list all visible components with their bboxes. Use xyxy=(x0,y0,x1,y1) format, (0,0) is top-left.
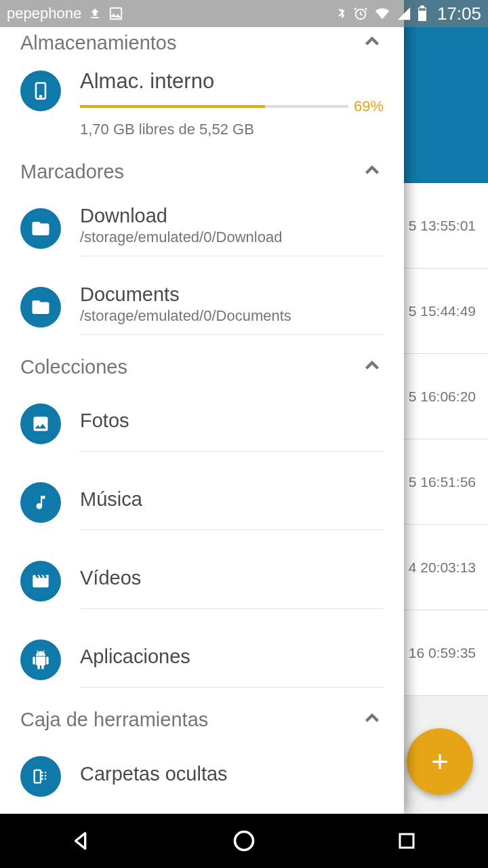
storage-name: Almac. interno xyxy=(80,69,384,94)
storage-progress: 69% xyxy=(80,98,384,115)
status-bar: pepephone 17:05 xyxy=(0,0,488,27)
chevron-up-icon xyxy=(361,354,384,380)
phone-icon xyxy=(20,71,61,111)
fab-add-button[interactable]: + xyxy=(407,728,473,795)
collection-label: Fotos xyxy=(80,410,384,432)
section-header-toolbox[interactable]: Caja de herramientas xyxy=(0,703,404,736)
upload-icon xyxy=(88,7,102,20)
toolbox-hidden-folders[interactable]: Carpetas ocultas xyxy=(0,736,404,814)
collection-label: Música xyxy=(80,488,384,511)
system-nav-bar xyxy=(0,814,488,868)
bookmark-title: Documents xyxy=(80,283,384,306)
music-icon xyxy=(20,482,61,523)
bookmark-path: /storage/emulated/0/Documents xyxy=(80,307,384,325)
navigation-drawer[interactable]: Almacenamientos Almac. interno 69% 1,70 … xyxy=(0,0,404,814)
cell-signal-icon xyxy=(396,6,411,21)
video-icon xyxy=(20,561,61,601)
collection-videos[interactable]: Vídeos xyxy=(0,541,404,620)
svg-rect-4 xyxy=(419,8,426,11)
folder-icon xyxy=(20,287,61,328)
chevron-up-icon xyxy=(361,30,384,56)
svg-rect-3 xyxy=(420,5,424,7)
collection-apps[interactable]: Aplicaciones xyxy=(0,620,404,698)
section-header-bookmarks[interactable]: Marcadores xyxy=(0,155,404,189)
svg-rect-7 xyxy=(35,770,41,783)
svg-point-6 xyxy=(40,96,41,97)
collection-label: Vídeos xyxy=(80,567,384,589)
bookmark-documents[interactable]: Documents /storage/emulated/0/Documents xyxy=(0,267,404,346)
chevron-up-icon xyxy=(361,707,384,732)
wifi-icon xyxy=(373,6,391,21)
bookmark-download[interactable]: Download /storage/emulated/0/Download xyxy=(0,189,404,267)
chevron-up-icon xyxy=(361,159,384,184)
svg-point-10 xyxy=(235,832,253,850)
section-header-storage[interactable]: Almacenamientos xyxy=(0,26,404,60)
storage-internal-item[interactable]: Almac. interno 69% 1,70 GB libres de 5,5… xyxy=(0,60,404,145)
collection-photos[interactable]: Fotos xyxy=(0,384,404,462)
plus-icon: + xyxy=(431,745,449,778)
storage-sub: 1,70 GB libres de 5,52 GB xyxy=(80,121,384,138)
section-header-collections[interactable]: Colecciones xyxy=(0,350,404,384)
collection-music[interactable]: Música xyxy=(0,462,404,541)
android-icon xyxy=(20,639,61,680)
battery-icon xyxy=(417,5,428,22)
storage-percent: 69% xyxy=(354,98,384,115)
collection-label: Aplicaciones xyxy=(80,646,384,668)
nav-home-button[interactable] xyxy=(203,821,285,861)
nav-back-button[interactable] xyxy=(41,821,122,861)
svg-rect-11 xyxy=(400,834,413,848)
bluetooth-icon xyxy=(336,6,348,21)
section-title: Almacenamientos xyxy=(20,32,361,54)
clock-label: 17:05 xyxy=(437,3,481,24)
section-title: Caja de herramientas xyxy=(20,709,361,731)
bookmark-title: Download xyxy=(80,205,384,227)
bookmark-path: /storage/emulated/0/Download xyxy=(80,229,384,246)
photo-icon xyxy=(20,403,61,444)
toolbox-label: Carpetas ocultas xyxy=(80,763,384,785)
hidden-folder-icon xyxy=(20,756,61,797)
alarm-icon xyxy=(353,6,368,21)
carrier-label: pepephone xyxy=(7,5,81,22)
nav-recent-button[interactable] xyxy=(366,821,447,861)
section-title: Colecciones xyxy=(20,356,361,378)
image-icon xyxy=(108,6,123,21)
section-title: Marcadores xyxy=(20,161,361,183)
folder-icon xyxy=(20,208,61,249)
